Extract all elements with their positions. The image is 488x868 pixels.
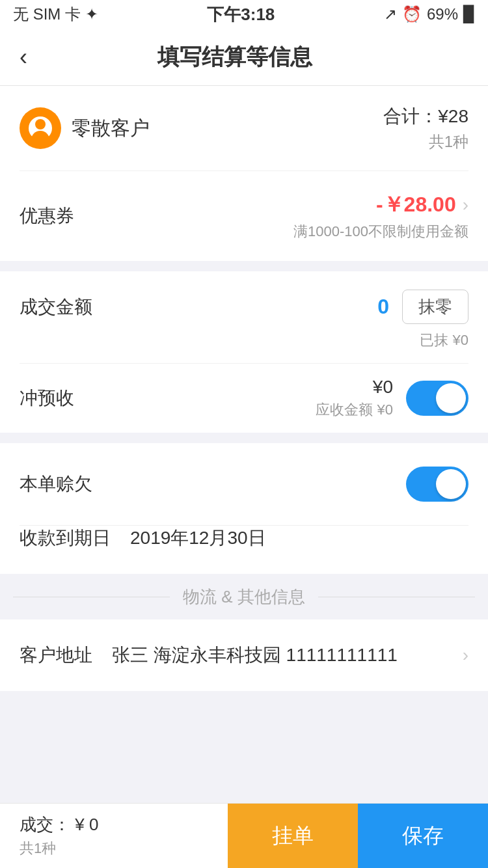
address-row[interactable]: 客户地址 张三 海淀永丰科技园 11111111111 ›: [20, 619, 468, 691]
logistics-line-right: [318, 597, 475, 597]
customer-section: 零散客户 合计：¥28 共1种: [0, 86, 488, 170]
alarm-icon: ⏰: [402, 5, 422, 23]
deal-sub-text: 已抹 ¥0: [20, 331, 468, 363]
footer: 成交： ¥ 0 共1种 挂单 保存: [0, 803, 488, 868]
debt-row: 本单赊欠: [20, 443, 468, 525]
debt-toggle[interactable]: [406, 467, 468, 502]
debt-label: 本单赊欠: [20, 472, 92, 496]
address-value: 张三 海淀永丰科技园 11111111111: [112, 643, 398, 668]
advance-amount: ¥0: [316, 377, 393, 398]
bottom-spacer: [0, 691, 488, 821]
coupon-chevron-icon: ›: [463, 195, 468, 215]
footer-info: 成交： ¥ 0 共1种: [0, 804, 228, 868]
advance-amount-block: ¥0 应收金额 ¥0: [316, 377, 393, 420]
status-time: 下午3:18: [207, 3, 275, 26]
address-section[interactable]: 客户地址 张三 海淀永丰科技园 11111111111 ›: [0, 619, 488, 691]
coupon-row[interactable]: 优惠券 -￥28.00 › 满1000-100不限制使用金额: [20, 170, 468, 261]
page-title: 填写结算等信息: [40, 42, 429, 72]
deal-amount-value: 0: [363, 295, 389, 319]
address-chevron-icon: ›: [463, 645, 468, 666]
due-label: 收款到期日: [20, 526, 111, 550]
customer-left: 零散客户: [20, 107, 150, 149]
hang-button[interactable]: 挂单: [228, 804, 358, 868]
coupon-section[interactable]: 优惠券 -￥28.00 › 满1000-100不限制使用金额: [0, 170, 488, 261]
address-key: 客户地址: [20, 643, 92, 668]
footer-count: 共1种: [20, 839, 208, 858]
address-left: 客户地址 张三 海淀永丰科技园 11111111111: [20, 643, 398, 668]
customer-right: 合计：¥28 共1种: [383, 104, 468, 152]
advance-section: 冲预收 ¥0 应收金额 ¥0: [0, 363, 488, 433]
due-row: 收款到期日 2019年12月30日: [20, 525, 468, 574]
coupon-label: 优惠券: [20, 204, 74, 228]
debt-section: 本单赊欠 收款到期日 2019年12月30日: [0, 443, 488, 574]
deal-section: 成交金额 0 抹零 已抹 ¥0: [0, 271, 488, 363]
battery-text: 69%: [427, 5, 458, 23]
round-down-button[interactable]: 抹零: [402, 290, 468, 324]
coupon-right: -￥28.00 › 满1000-100不限制使用金额: [293, 191, 468, 241]
deal-row: 成交金额 0 抹零: [20, 271, 468, 331]
back-button[interactable]: ‹: [20, 37, 40, 77]
battery-icon: ▉: [463, 5, 475, 23]
advance-row: 冲预收 ¥0 应收金额 ¥0: [20, 363, 468, 433]
customer-count: 共1种: [383, 131, 468, 152]
customer-row: 零散客户 合计：¥28 共1种: [20, 86, 468, 170]
coupon-amount: -￥28.00: [376, 191, 456, 219]
logistics-line-left: [13, 597, 170, 597]
save-button[interactable]: 保存: [358, 804, 488, 868]
status-left: 无 SIM 卡 ✦: [13, 4, 98, 25]
status-bar: 无 SIM 卡 ✦ 下午3:18 ↗ ⏰ 69% ▉: [0, 0, 488, 29]
advance-right: ¥0 应收金额 ¥0: [316, 377, 468, 420]
avatar: [20, 107, 61, 149]
nav-bar: ‹ 填写结算等信息: [0, 29, 488, 86]
deal-label: 成交金额: [20, 295, 92, 319]
sim-signal: 无 SIM 卡 ✦: [13, 4, 98, 25]
footer-deal: 成交： ¥ 0: [20, 813, 208, 836]
footer-deal-label: 成交：: [20, 815, 70, 834]
coupon-desc: 满1000-100不限制使用金额: [293, 222, 468, 241]
avatar-inner: [29, 116, 52, 140]
divider-2: [0, 433, 488, 443]
advance-sub: 应收金额 ¥0: [316, 400, 393, 420]
status-right: ↗ ⏰ 69% ▉: [384, 5, 475, 23]
advance-toggle[interactable]: [406, 381, 468, 416]
deal-right: 0 抹零: [363, 290, 468, 324]
customer-name: 零散客户: [72, 115, 150, 142]
divider-1: [0, 261, 488, 271]
customer-total: 合计：¥28: [383, 104, 468, 129]
logistics-divider: 物流 & 其他信息: [0, 574, 488, 619]
due-date: 2019年12月30日: [130, 526, 266, 550]
advance-label: 冲预收: [20, 386, 74, 411]
logistics-label: 物流 & 其他信息: [183, 586, 305, 608]
footer-deal-amount: ¥ 0: [75, 815, 98, 834]
location-icon: ↗: [384, 5, 397, 23]
